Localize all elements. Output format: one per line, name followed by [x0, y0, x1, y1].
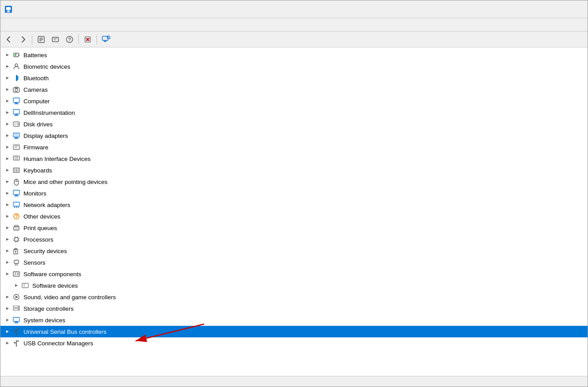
svg-rect-54: [13, 156, 19, 160]
tree-item-dellinstrumentation[interactable]: DellInstrumentation: [0, 107, 588, 118]
tree-item-cameras[interactable]: Cameras: [0, 84, 588, 95]
tree-item-computer[interactable]: Computer: [0, 95, 588, 107]
svg-rect-64: [18, 171, 19, 172]
tree-item-human-interface-devices[interactable]: Human Interface Devices: [0, 153, 588, 164]
svg-rect-18: [104, 41, 106, 42]
menu-bar: [0, 18, 588, 31]
tree-item-network-adapters[interactable]: Network adapters: [0, 199, 588, 211]
device-label: Storage controllers: [23, 305, 74, 312]
menu-view[interactable]: [22, 23, 31, 27]
expand-arrow[interactable]: [4, 86, 11, 93]
svg-rect-134: [14, 331, 15, 332]
device-label: Sensors: [23, 259, 46, 266]
svg-point-75: [14, 207, 15, 208]
expand-arrow[interactable]: [4, 190, 11, 197]
svg-marker-125: [6, 319, 9, 321]
device-manager-window: ? BatteriesBiometric d: [0, 0, 588, 387]
svg-point-77: [18, 207, 19, 208]
menu-help[interactable]: [31, 23, 40, 27]
tree-item-sound,-video-and-game-controllers[interactable]: Sound, video and game controllers: [0, 291, 588, 303]
expand-arrow[interactable]: [4, 63, 11, 70]
tree-item-software-components[interactable]: Software components: [0, 268, 588, 280]
tree-item-storage-controllers[interactable]: Storage controllers: [0, 303, 588, 314]
expand-arrow[interactable]: [4, 201, 11, 208]
expand-arrow[interactable]: [4, 340, 11, 347]
svg-marker-81: [6, 215, 9, 218]
expand-arrow[interactable]: [4, 155, 11, 162]
svg-rect-59: [14, 169, 15, 170]
menu-file[interactable]: [2, 23, 11, 27]
expand-arrow[interactable]: [4, 109, 11, 116]
expand-arrow[interactable]: [4, 305, 11, 312]
tree-item-universal-serial-bus-controllers[interactable]: Universal Serial Bus controllers: [0, 326, 588, 337]
tree-item-keyboards[interactable]: Keyboards: [0, 164, 588, 176]
expand-arrow[interactable]: [4, 259, 11, 266]
expand-arrow[interactable]: [4, 293, 11, 301]
svg-rect-58: [13, 168, 19, 172]
device-icon: [12, 85, 21, 94]
expand-arrow[interactable]: [4, 121, 11, 128]
device-icon: [12, 223, 21, 232]
scan-button[interactable]: [99, 33, 112, 46]
tree-item-firmware[interactable]: Firmware: [0, 141, 588, 153]
tree-item-batteries[interactable]: Batteries: [0, 49, 588, 61]
tree-item-security-devices[interactable]: Security devices: [0, 245, 588, 257]
tree-item-print-queues[interactable]: Print queues: [0, 222, 588, 234]
separator-1: [32, 35, 32, 44]
tree-item-usb-connector-managers[interactable]: USB Connector Managers: [0, 337, 588, 349]
properties-button[interactable]: [35, 33, 48, 46]
tree-item-biometric-devices[interactable]: Biometric devices: [0, 61, 588, 72]
device-label: Software components: [23, 271, 81, 278]
expand-arrow[interactable]: [4, 247, 11, 254]
expand-arrow[interactable]: [4, 213, 11, 220]
device-icon: [12, 246, 21, 255]
forward-button[interactable]: [16, 33, 30, 46]
back-button[interactable]: [2, 33, 15, 46]
expand-arrow[interactable]: [4, 224, 11, 231]
svg-rect-63: [15, 171, 17, 172]
expand-arrow[interactable]: [4, 270, 11, 278]
expand-arrow[interactable]: [4, 74, 11, 82]
device-icon: [12, 316, 21, 324]
tree-item-sensors[interactable]: Sensors: [0, 257, 588, 268]
expand-arrow[interactable]: [4, 178, 11, 185]
tree-item-mice-and-other-pointing-devices[interactable]: Mice and other pointing devices: [0, 176, 588, 188]
tree-item-display-adapters[interactable]: Display adapters: [0, 130, 588, 141]
expand-arrow[interactable]: [13, 282, 20, 289]
expand-arrow[interactable]: [4, 132, 11, 139]
svg-marker-69: [6, 192, 9, 195]
expand-arrow[interactable]: [4, 167, 11, 174]
expand-arrow[interactable]: [4, 236, 11, 243]
svg-rect-39: [14, 115, 19, 116]
svg-text:?: ?: [68, 37, 71, 42]
minimize-button[interactable]: [523, 2, 543, 16]
uninstall-button[interactable]: [81, 33, 94, 46]
tree-item-processors[interactable]: Processors: [0, 234, 588, 245]
svg-point-124: [18, 309, 19, 310]
tree-item-system-devices[interactable]: System devices: [0, 314, 588, 326]
expand-arrow[interactable]: [4, 328, 11, 335]
update-driver-button[interactable]: [49, 33, 62, 46]
expand-arrow[interactable]: [4, 144, 11, 151]
svg-rect-46: [15, 137, 18, 138]
device-icon: [12, 74, 21, 82]
expand-arrow[interactable]: [4, 317, 11, 324]
expand-arrow[interactable]: [4, 51, 11, 59]
tree-item-bluetooth[interactable]: Bluetooth: [0, 72, 588, 84]
device-icon: [12, 97, 21, 106]
help-button[interactable]: ?: [63, 33, 76, 46]
tree-item-software-devices[interactable]: Software devices: [0, 280, 588, 291]
tree-item-monitors[interactable]: Monitors: [0, 188, 588, 199]
device-label: USB Connector Managers: [23, 340, 93, 347]
svg-point-101: [15, 251, 16, 252]
close-button[interactable]: [564, 2, 584, 16]
device-icon: [12, 166, 21, 175]
svg-point-139: [18, 340, 19, 342]
menu-action[interactable]: [12, 23, 21, 27]
expand-arrow[interactable]: [4, 98, 11, 105]
tree-item-disk-drives[interactable]: Disk drives: [0, 118, 588, 130]
maximize-button[interactable]: [543, 2, 564, 16]
tree-item-other-devices[interactable]: ?Other devices: [0, 211, 588, 222]
device-tree[interactable]: BatteriesBiometric devicesBluetoothCamer…: [0, 47, 588, 376]
svg-rect-71: [15, 195, 18, 196]
